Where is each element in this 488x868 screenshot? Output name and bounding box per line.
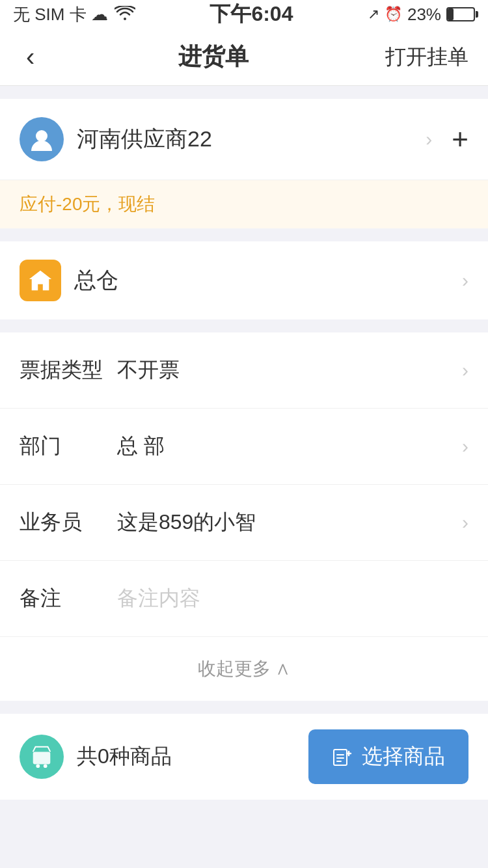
battery-percent: 23% xyxy=(407,5,441,25)
cart-icon xyxy=(29,744,54,769)
location-icon: ↗ xyxy=(368,6,379,23)
alarm-icon: ⏰ xyxy=(385,6,402,23)
section-gap-1 xyxy=(0,86,488,99)
product-count: 共0种商品 xyxy=(77,742,172,771)
warehouse-chevron-icon: › xyxy=(462,269,468,292)
supplier-name: 河南供应商22 xyxy=(77,124,426,154)
warehouse-icon xyxy=(20,260,61,301)
sim-label: 无 SIM 卡 ☁ xyxy=(13,3,108,26)
select-product-icon xyxy=(332,746,354,768)
salesman-row[interactable]: 业务员 这是859的小智 › xyxy=(0,485,488,561)
department-label: 部门 xyxy=(20,432,104,461)
remark-label: 备注 xyxy=(20,584,104,613)
svg-point-3 xyxy=(44,764,47,768)
select-product-button[interactable]: 选择商品 xyxy=(308,729,468,784)
salesman-label: 业务员 xyxy=(20,508,104,537)
remark-row[interactable]: 备注 备注内容 xyxy=(0,561,488,636)
salesman-value: 这是859的小智 xyxy=(117,508,462,537)
department-row[interactable]: 部门 总 部 › xyxy=(0,409,488,485)
warehouse-card[interactable]: 总仓 › xyxy=(0,241,488,319)
back-button[interactable]: ‹ xyxy=(20,36,41,78)
svg-point-0 xyxy=(36,130,47,142)
wifi-icon xyxy=(115,5,135,25)
department-value: 总 部 xyxy=(117,432,462,461)
section-gap-3 xyxy=(0,701,488,714)
salesman-chevron-icon: › xyxy=(462,511,468,534)
svg-point-2 xyxy=(36,764,40,768)
page-rest xyxy=(0,800,488,868)
battery-icon xyxy=(446,7,475,21)
product-icon xyxy=(20,735,64,779)
form-section: 票据类型 不开票 › 部门 总 部 › 业务员 这是859的小智 › 备注 备注… xyxy=(0,332,488,636)
supplier-actions: › + xyxy=(426,125,468,154)
open-pending-button[interactable]: 打开挂单 xyxy=(385,43,468,72)
warehouse-row[interactable]: 总仓 › xyxy=(0,241,488,319)
select-product-label: 选择商品 xyxy=(362,742,445,771)
invoice-type-label: 票据类型 xyxy=(20,356,104,385)
remark-input[interactable]: 备注内容 xyxy=(117,584,468,613)
collapse-label: 收起更多 ∧ xyxy=(198,657,291,681)
status-left: 无 SIM 卡 ☁ xyxy=(13,3,135,26)
supplier-alert: 应付-20元，现结 xyxy=(0,180,488,228)
supplier-card: 河南供应商22 › + 应付-20元，现结 xyxy=(0,99,488,228)
warehouse-name: 总仓 xyxy=(74,265,462,295)
department-chevron-icon: › xyxy=(462,435,468,457)
status-bar: 无 SIM 卡 ☁ 下午6:04 ↗ ⏰ 23% xyxy=(0,0,488,29)
house-icon xyxy=(28,268,53,293)
supplier-row[interactable]: 河南供应商22 › + xyxy=(0,99,488,180)
user-icon xyxy=(29,126,55,152)
nav-bar: ‹ 进货单 打开挂单 xyxy=(0,29,488,86)
invoice-chevron-icon: › xyxy=(462,359,468,381)
supplier-chevron-icon: › xyxy=(426,128,432,150)
status-right: ↗ ⏰ 23% xyxy=(368,5,475,25)
invoice-type-row[interactable]: 票据类型 不开票 › xyxy=(0,332,488,409)
supplier-avatar xyxy=(20,117,64,161)
invoice-type-value: 不开票 xyxy=(117,356,462,385)
collapse-row[interactable]: 收起更多 ∧ xyxy=(0,636,488,701)
product-bar: 共0种商品 选择商品 xyxy=(0,714,488,800)
page-title: 进货单 xyxy=(178,41,249,73)
svg-rect-1 xyxy=(33,752,51,764)
product-left: 共0种商品 xyxy=(20,735,172,779)
add-supplier-button[interactable]: + xyxy=(452,125,468,154)
section-gap-2 xyxy=(0,228,488,241)
time-display: 下午6:04 xyxy=(210,0,293,29)
